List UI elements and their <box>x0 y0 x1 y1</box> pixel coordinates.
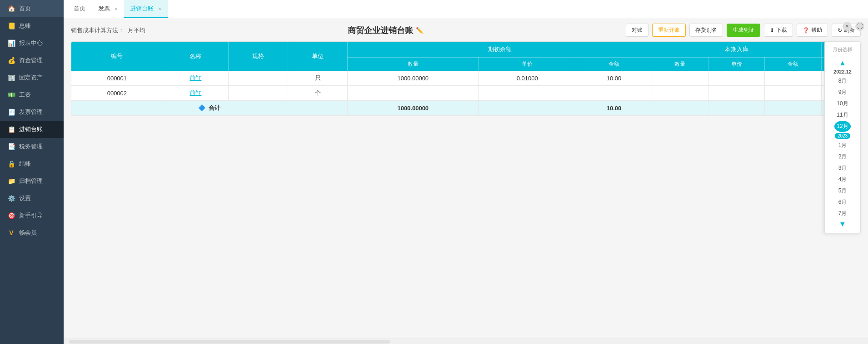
sidebar-item-label: 发票管理 <box>19 108 43 116</box>
scrollbar-thumb[interactable] <box>69 340 390 344</box>
row2-unit: 个 <box>288 86 348 101</box>
sidebar-item-general-ledger[interactable]: 📒 总账 <box>0 17 64 34</box>
row1-name[interactable]: 前缸 <box>163 71 228 86</box>
download-icon: ⬇ <box>770 27 774 34</box>
page-title: 商贸企业进销台账 <box>348 25 413 36</box>
total-price-begin <box>479 101 576 116</box>
sub-col-qty-in: 数量 <box>652 58 708 71</box>
window-controls: × ⛶ <box>843 22 864 31</box>
refresh-icon: ↻ <box>838 27 842 34</box>
month-9[interactable]: 9月 <box>825 87 860 98</box>
month-5[interactable]: 5月 <box>825 185 860 197</box>
sidebar-item-label: 设置 <box>19 194 31 202</box>
month-4[interactable]: 4月 <box>825 174 860 185</box>
main-area: 首页 发票 × 进销台账 × × ⛶ 销售成本计算方法： 月平均 商贸企业进销台… <box>64 0 868 344</box>
col-spec: 规格 <box>229 42 288 71</box>
help-icon: ❓ <box>803 27 809 34</box>
assets-icon: 🏢 <box>7 74 15 81</box>
closing-icon: 🔒 <box>7 160 15 167</box>
close-button[interactable]: × <box>843 22 852 31</box>
sidebar: 🏠 首页 📒 总账 📊 报表中心 💰 资金管理 🏢 固定资产 💵 工资 🧾 发票… <box>0 0 64 344</box>
sidebar-item-closing[interactable]: 🔒 结账 <box>0 155 64 172</box>
edit-title-icon[interactable]: ✏️ <box>416 27 424 34</box>
sub-col-price-begin: 单价 <box>479 58 576 71</box>
sub-col-amount-in: 金额 <box>765 58 821 71</box>
archive-icon: 📁 <box>7 177 15 185</box>
total-amount-begin: 10.00 <box>576 101 652 116</box>
row2-amount-begin <box>576 86 652 101</box>
row1-amount-in <box>765 71 821 86</box>
guide-icon: 🎯 <box>7 212 15 219</box>
month-2[interactable]: 2月 <box>825 151 860 162</box>
month-scroll-down[interactable]: ▼ <box>825 219 860 229</box>
sidebar-item-report-center[interactable]: 📊 报表中心 <box>0 34 64 52</box>
sidebar-item-fund-management[interactable]: 💰 资金管理 <box>0 52 64 69</box>
row2-amount-in <box>765 86 821 101</box>
month-1[interactable]: 1月 <box>825 140 860 151</box>
col-code: 编号 <box>71 42 163 71</box>
row1-code: 000001 <box>71 71 163 86</box>
tab-invoice-close[interactable]: × <box>115 0 117 18</box>
month-scroll-up[interactable]: ▲ <box>825 58 860 68</box>
row1-unit: 只 <box>288 71 348 86</box>
tab-home[interactable]: 首页 <box>67 0 92 18</box>
fund-icon: 💰 <box>7 57 15 64</box>
month-11[interactable]: 11月 <box>825 109 860 121</box>
settings-icon: ⚙️ <box>7 195 15 202</box>
sidebar-item-label: 固定资产 <box>19 74 43 82</box>
month-3[interactable]: 3月 <box>825 162 860 174</box>
month-12[interactable]: 12月 <box>834 121 851 132</box>
row2-qty-in <box>652 86 708 101</box>
content-area: × ⛶ 销售成本计算方法： 月平均 商贸企业进销台账 ✏️ 对账 重新开账 存货… <box>64 18 868 344</box>
tab-invoice[interactable]: 发票 × <box>92 0 124 18</box>
total-row: 🔷 合计 1000.00000 10.00 <box>71 101 860 116</box>
home-icon: 🏠 <box>7 5 15 12</box>
total-price-in <box>708 101 765 116</box>
tab-purchase-sales-close[interactable]: × <box>158 0 161 18</box>
download-button[interactable]: ⬇ 下载 <box>764 24 793 37</box>
sidebar-item-settings[interactable]: ⚙️ 设置 <box>0 190 64 207</box>
reopen-button[interactable]: 重新开账 <box>652 24 686 37</box>
sidebar-item-new-guide[interactable]: 🎯 新手引导 <box>0 207 64 224</box>
sidebar-item-home[interactable]: 🏠 首页 <box>0 0 64 17</box>
sidebar-item-purchase-sales[interactable]: 📋 进销台账 <box>0 121 64 138</box>
sidebar-item-label: 进销台账 <box>19 125 43 133</box>
maximize-button[interactable]: ⛶ <box>855 22 864 31</box>
sidebar-item-payroll[interactable]: 💵 工资 <box>0 86 64 103</box>
sidebar-item-vip[interactable]: V 畅会员 <box>0 224 64 241</box>
tax-icon: 📑 <box>7 143 15 150</box>
sidebar-item-label: 工资 <box>19 91 31 99</box>
page-title-area: 商贸企业进销台账 ✏️ <box>348 25 424 36</box>
month-8[interactable]: 8月 <box>825 75 860 87</box>
table-row: 000001 前缸 只 1000.00000 0.01000 10.00 <box>71 71 860 86</box>
reconcile-button[interactable]: 对账 <box>626 24 649 37</box>
row1-price-begin: 0.01000 <box>479 71 576 86</box>
help-button[interactable]: ❓ 帮助 <box>797 24 828 37</box>
sidebar-item-label: 报表中心 <box>19 39 43 47</box>
tab-bar: 首页 发票 × 进销台账 × <box>64 0 868 18</box>
total-label: 🔷 合计 <box>71 101 348 116</box>
row2-name[interactable]: 前缸 <box>163 86 228 101</box>
horizontal-scrollbar[interactable] <box>64 339 868 344</box>
purchase-sales-icon: 📋 <box>7 126 15 133</box>
total-amount-in <box>765 101 821 116</box>
total-qty-in <box>652 101 708 116</box>
row1-amount-begin: 10.00 <box>576 71 652 86</box>
sidebar-item-invoice-management[interactable]: 🧾 发票管理 <box>0 103 64 121</box>
cost-method-label: 销售成本计算方法： <box>71 26 124 34</box>
generate-voucher-button[interactable]: 生成凭证 <box>727 24 760 37</box>
month-6[interactable]: 6月 <box>825 197 860 208</box>
col-unit: 单位 <box>288 42 348 71</box>
tab-purchase-sales[interactable]: 进销台账 × <box>124 0 167 18</box>
month-7[interactable]: 7月 <box>825 208 860 219</box>
cost-method-value: 月平均 <box>128 26 145 34</box>
sub-col-qty-begin: 数量 <box>348 58 479 71</box>
invoice-icon: 🧾 <box>7 108 15 116</box>
sidebar-item-archive[interactable]: 📁 归档管理 <box>0 172 64 190</box>
year-2022-label: 2022.12 <box>825 68 860 75</box>
month-10[interactable]: 10月 <box>825 98 860 109</box>
sidebar-item-tax-management[interactable]: 📑 税务管理 <box>0 138 64 155</box>
sidebar-item-fixed-assets[interactable]: 🏢 固定资产 <box>0 69 64 86</box>
save-alias-button[interactable]: 存货别名 <box>689 24 723 37</box>
ledger-icon: 📒 <box>7 22 15 29</box>
